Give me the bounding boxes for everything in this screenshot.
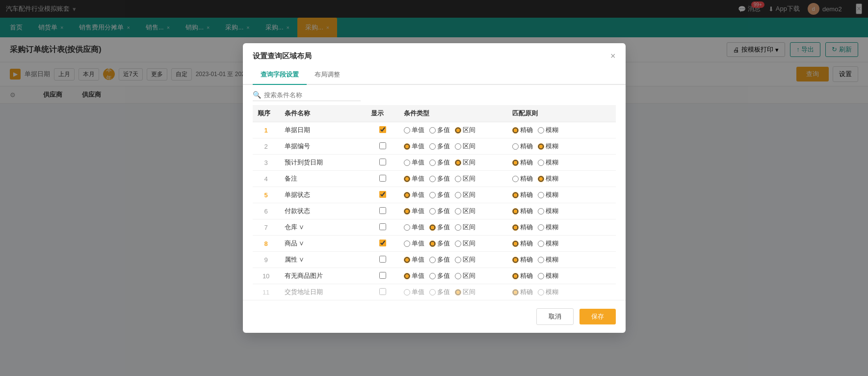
type-range-radio[interactable] (455, 273, 461, 279)
show-checkbox[interactable] (379, 223, 386, 230)
type-single-radio[interactable] (404, 160, 410, 166)
type-range-option[interactable]: 区间 (455, 271, 475, 280)
type-single-option[interactable]: 单值 (404, 255, 424, 264)
modal-tab-query-fields[interactable]: 查询字段设置 (253, 66, 307, 85)
show-checkbox[interactable] (379, 256, 386, 263)
match-exact-radio[interactable] (512, 143, 519, 150)
match-fuzzy-option[interactable]: 模糊 (538, 190, 558, 199)
match-exact-option[interactable]: 精确 (512, 239, 533, 248)
type-multi-radio[interactable] (429, 289, 436, 295)
save-btn[interactable]: 保存 (579, 309, 616, 324)
match-fuzzy-option[interactable]: 模糊 (538, 174, 558, 183)
match-exact-option[interactable]: 精确 (512, 207, 533, 215)
match-fuzzy-option[interactable]: 模糊 (538, 207, 558, 215)
show-checkbox[interactable] (379, 142, 386, 149)
show-checkbox[interactable] (379, 207, 386, 214)
match-exact-option[interactable]: 精确 (512, 190, 533, 199)
match-exact-radio[interactable] (512, 192, 519, 198)
match-fuzzy-option[interactable]: 模糊 (538, 271, 558, 280)
show-checkbox[interactable] (379, 191, 386, 198)
type-range-radio[interactable] (455, 224, 461, 231)
type-single-radio[interactable] (404, 192, 410, 198)
match-fuzzy-option[interactable]: 模糊 (538, 223, 558, 232)
type-range-option[interactable]: 区间 (455, 158, 475, 167)
type-multi-option[interactable]: 多值 (429, 190, 450, 199)
search-input[interactable] (264, 91, 352, 99)
match-exact-option[interactable]: 精确 (512, 142, 533, 151)
type-single-radio[interactable] (404, 224, 410, 231)
type-single-option[interactable]: 单值 (404, 142, 424, 151)
cancel-btn[interactable]: 取消 (536, 308, 574, 325)
match-fuzzy-radio[interactable] (538, 289, 544, 295)
type-single-radio[interactable] (404, 176, 410, 182)
match-fuzzy-radio[interactable] (538, 208, 544, 215)
match-exact-radio[interactable] (512, 160, 519, 166)
type-range-radio[interactable] (455, 289, 461, 295)
match-exact-option[interactable]: 精确 (512, 174, 533, 183)
type-multi-radio[interactable] (429, 192, 436, 198)
type-range-radio[interactable] (455, 160, 461, 166)
type-range-option[interactable]: 区间 (455, 288, 475, 296)
match-exact-radio[interactable] (512, 257, 519, 263)
type-range-option[interactable]: 区间 (455, 207, 475, 215)
type-range-option[interactable]: 区间 (455, 223, 475, 232)
type-multi-radio[interactable] (429, 160, 436, 166)
type-multi-radio[interactable] (429, 208, 436, 215)
match-fuzzy-radio[interactable] (538, 241, 544, 247)
match-exact-radio[interactable] (512, 241, 519, 247)
type-range-radio[interactable] (455, 127, 461, 134)
type-range-radio[interactable] (455, 257, 461, 263)
type-single-radio[interactable] (404, 257, 410, 263)
match-fuzzy-option[interactable]: 模糊 (538, 255, 558, 264)
type-range-option[interactable]: 区间 (455, 255, 475, 264)
match-fuzzy-radio[interactable] (538, 257, 544, 263)
type-single-radio[interactable] (404, 127, 410, 134)
match-exact-option[interactable]: 精确 (512, 255, 533, 264)
type-single-radio[interactable] (404, 208, 410, 215)
type-single-radio[interactable] (404, 241, 410, 247)
show-checkbox[interactable] (379, 272, 386, 279)
type-multi-option[interactable]: 多值 (429, 255, 450, 264)
type-multi-radio[interactable] (429, 257, 436, 263)
type-range-radio[interactable] (455, 192, 461, 198)
match-fuzzy-option[interactable]: 模糊 (538, 126, 558, 134)
type-single-option[interactable]: 单值 (404, 271, 424, 280)
type-single-option[interactable]: 单值 (404, 223, 424, 232)
modal-tab-layout[interactable]: 布局调整 (307, 66, 348, 85)
type-single-radio[interactable] (404, 289, 410, 295)
type-range-option[interactable]: 区间 (455, 126, 475, 134)
match-exact-radio[interactable] (512, 208, 519, 215)
match-exact-option[interactable]: 精确 (512, 288, 533, 296)
type-range-radio[interactable] (455, 208, 461, 215)
type-multi-option[interactable]: 多值 (429, 126, 450, 134)
type-multi-radio[interactable] (429, 143, 436, 150)
modal-close-btn[interactable]: × (610, 51, 616, 61)
match-exact-option[interactable]: 精确 (512, 223, 533, 232)
match-exact-option[interactable]: 精确 (512, 126, 533, 134)
type-single-option[interactable]: 单值 (404, 174, 424, 183)
type-single-option[interactable]: 单值 (404, 158, 424, 167)
match-fuzzy-option[interactable]: 模糊 (538, 142, 558, 151)
match-exact-radio[interactable] (512, 273, 519, 279)
show-checkbox[interactable] (379, 240, 386, 246)
type-multi-radio[interactable] (429, 273, 436, 279)
show-checkbox[interactable] (379, 175, 386, 182)
match-fuzzy-radio[interactable] (538, 160, 544, 166)
match-fuzzy-option[interactable]: 模糊 (538, 288, 558, 296)
type-single-radio[interactable] (404, 273, 410, 279)
type-range-option[interactable]: 区间 (455, 142, 475, 151)
match-fuzzy-radio[interactable] (538, 273, 544, 279)
type-multi-option[interactable]: 多值 (429, 239, 450, 248)
type-single-radio[interactable] (404, 143, 410, 150)
type-multi-radio[interactable] (429, 176, 436, 182)
match-exact-radio[interactable] (512, 289, 519, 295)
show-checkbox[interactable] (379, 126, 386, 133)
type-multi-option[interactable]: 多值 (429, 288, 450, 296)
type-multi-option[interactable]: 多值 (429, 158, 450, 167)
show-checkbox[interactable] (379, 288, 386, 295)
match-exact-radio[interactable] (512, 127, 519, 134)
type-multi-radio[interactable] (429, 127, 436, 134)
type-range-option[interactable]: 区间 (455, 174, 475, 183)
type-multi-radio[interactable] (429, 224, 436, 231)
match-exact-option[interactable]: 精确 (512, 271, 533, 280)
